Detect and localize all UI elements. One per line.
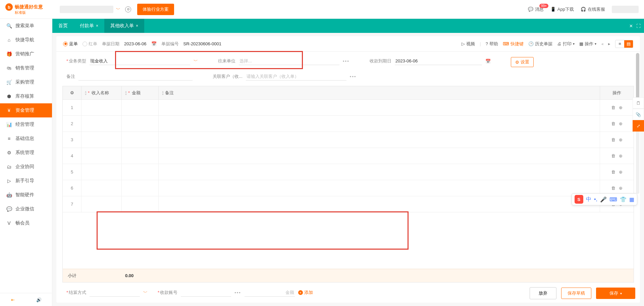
sidebar-item-6[interactable]: ¥资金管理 <box>0 103 52 117</box>
table-row[interactable]: 3🗑⊕ <box>63 132 634 148</box>
tab-close-icon[interactable]: × <box>96 23 98 28</box>
ime-punct-icon[interactable]: •, <box>594 196 597 202</box>
ime-menu-icon[interactable]: ▦ <box>629 196 634 203</box>
rail-expand-icon[interactable]: ⤢ <box>633 120 644 132</box>
user-redacted[interactable] <box>612 6 639 13</box>
cell-name[interactable] <box>82 116 122 132</box>
cell-name[interactable] <box>82 148 122 164</box>
rail-attach-icon[interactable]: 📎 <box>633 109 644 120</box>
tab-expand-icon[interactable]: ⛶ <box>636 23 641 29</box>
online-service-link[interactable]: 🎧 在线客服 <box>581 6 605 12</box>
row-copy-icon[interactable]: ⊕ <box>619 105 623 110</box>
row-delete-icon[interactable]: 🗑 <box>611 105 615 110</box>
sidebar-collapse-button[interactable]: ⇤ <box>0 293 26 306</box>
col-amount[interactable]: ▴▾*金额 <box>122 86 159 99</box>
rail-note-icon[interactable]: 🗒 <box>633 97 644 109</box>
table-row[interactable]: 6🗑⊕ <box>63 180 634 196</box>
party-input[interactable] <box>239 57 339 65</box>
tool-video[interactable]: ▷视频 <box>462 41 475 47</box>
row-delete-icon[interactable]: 🗑 <box>611 186 615 191</box>
cell-remark[interactable] <box>159 164 600 180</box>
cell-amount[interactable] <box>122 132 159 148</box>
row-copy-icon[interactable]: ⊕ <box>619 137 623 142</box>
settings-button[interactable]: ⚙设置 <box>511 57 534 67</box>
doc-date-value[interactable]: 2023-06-06 <box>124 41 147 46</box>
table-row[interactable]: 1🗑⊕ <box>63 100 634 116</box>
sidebar-item-9[interactable]: ⚙系统管理 <box>0 146 52 160</box>
cell-remark[interactable] <box>159 132 600 148</box>
tab-0[interactable]: 首页 <box>52 19 74 33</box>
row-copy-icon[interactable]: ⊕ <box>619 186 623 191</box>
gear-icon[interactable]: ⚙ <box>125 6 131 12</box>
biztype-input[interactable] <box>90 57 190 65</box>
cell-amount[interactable] <box>122 164 159 180</box>
org-selector[interactable]: ﹀ <box>60 6 120 13</box>
sidebar-item-10[interactable]: 🗂企业协同 <box>0 160 52 174</box>
add-settle-button[interactable]: +添加 <box>298 290 313 296</box>
more-icon[interactable]: ••• <box>350 74 357 79</box>
radio-blue[interactable]: 蓝单 <box>63 41 78 47</box>
discard-button[interactable]: 放弃 <box>530 287 556 299</box>
tab-1[interactable]: 付款单× <box>74 19 104 33</box>
table-row[interactable]: 2🗑⊕ <box>63 116 634 132</box>
settle-acct-input[interactable] <box>181 289 231 297</box>
sidebar-item-4[interactable]: 🛒采购管理 <box>0 75 52 89</box>
cell-name[interactable] <box>82 180 122 196</box>
tool-help[interactable]: ?帮助 <box>486 41 498 47</box>
row-delete-icon[interactable]: 🗑 <box>611 121 615 126</box>
cell-remark[interactable] <box>159 180 600 196</box>
radio-red[interactable]: 红单 <box>83 41 97 47</box>
sidebar-item-8[interactable]: ≡基础信息 <box>0 132 52 146</box>
cell-amount[interactable] <box>122 180 159 196</box>
settle-method-input[interactable] <box>90 289 140 297</box>
ime-keyboard-icon[interactable]: ⌨ <box>609 196 617 203</box>
calendar-icon[interactable]: 📅 <box>485 59 491 64</box>
sidebar-item-1[interactable]: ⌂快捷导航 <box>0 33 52 47</box>
view-list-button[interactable]: ≡ <box>615 40 624 48</box>
col-remark[interactable]: ▴▾备注 <box>159 86 600 99</box>
chevron-down-icon[interactable]: ﹀ <box>194 58 198 64</box>
cell-amount[interactable] <box>122 116 159 132</box>
tool-print[interactable]: 🖨打印▾ <box>557 41 575 47</box>
cell-name[interactable] <box>82 196 122 212</box>
sidebar-item-14[interactable]: V畅会员 <box>0 216 52 230</box>
cell-name[interactable] <box>82 132 122 148</box>
remark-input[interactable] <box>78 72 193 81</box>
table-row[interactable]: 4🗑⊕ <box>63 148 634 164</box>
tool-operate[interactable]: ▦操作▾ <box>579 41 596 47</box>
tab-close-icon[interactable]: ✕ <box>629 23 633 29</box>
sidebar-item-12[interactable]: 🤖智能硬件 <box>0 188 52 202</box>
cell-name[interactable] <box>82 164 122 180</box>
cell-name[interactable] <box>82 100 122 115</box>
relcust-input[interactable] <box>246 72 346 81</box>
ime-toolbar[interactable]: S 中 •, 🎤 ⌨ 👕 ▦ <box>572 193 637 205</box>
row-copy-icon[interactable]: ⊕ <box>619 153 623 158</box>
cell-remark[interactable] <box>159 196 600 212</box>
row-delete-icon[interactable]: 🗑 <box>611 153 615 158</box>
sidebar-item-3[interactable]: 🛍销售管理 <box>0 61 52 75</box>
row-copy-icon[interactable]: ⊕ <box>619 169 623 174</box>
sidebar-item-5[interactable]: ⬢库存核算 <box>0 89 52 103</box>
sidebar-sound-button[interactable]: 🔊 <box>26 293 52 306</box>
try-industry-button[interactable]: 体验行业方案 <box>137 4 174 15</box>
chevron-down-icon[interactable]: ﹀ <box>143 290 148 296</box>
cell-remark[interactable] <box>159 100 600 115</box>
sidebar-item-13[interactable]: 💬企业微信 <box>0 202 52 216</box>
table-row[interactable]: 7🗑⊕ <box>63 196 634 212</box>
view-card-button[interactable]: ▤ <box>624 40 633 48</box>
ime-mic-icon[interactable]: 🎤 <box>600 196 607 203</box>
ime-skin-icon[interactable]: 👕 <box>620 196 627 203</box>
cell-remark[interactable] <box>159 148 600 164</box>
sidebar-item-0[interactable]: 🔍搜索菜单 <box>0 19 52 33</box>
save-button[interactable]: 保存▾ <box>596 288 635 299</box>
cell-amount[interactable] <box>122 196 159 212</box>
settle-amount-input[interactable] <box>245 289 295 297</box>
cell-amount[interactable] <box>122 100 159 115</box>
row-copy-icon[interactable]: ⊕ <box>619 121 623 126</box>
tab-close-icon[interactable]: × <box>136 23 138 28</box>
due-input[interactable] <box>395 57 482 65</box>
row-delete-icon[interactable]: 🗑 <box>611 169 615 174</box>
table-row[interactable]: 5🗑⊕ <box>63 164 634 180</box>
more-icon[interactable]: ••• <box>343 59 350 64</box>
sidebar-item-7[interactable]: 📊经营管理 <box>0 117 52 132</box>
